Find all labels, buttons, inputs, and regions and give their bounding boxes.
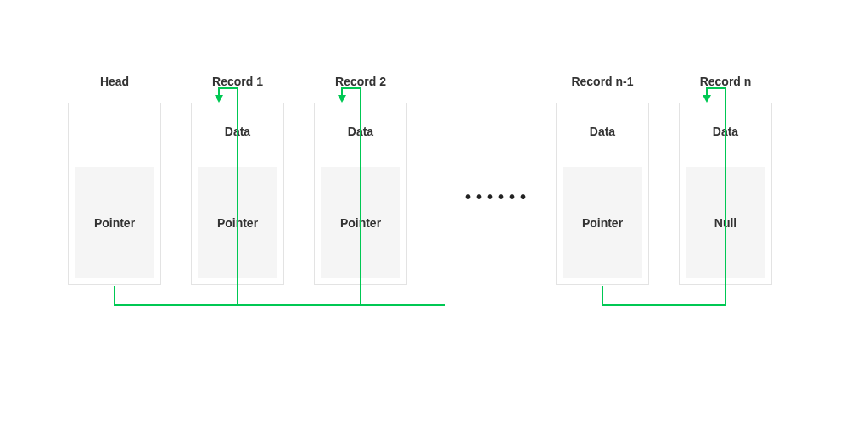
- data-label: Data: [680, 125, 771, 138]
- arrowhead-icon: [703, 95, 711, 103]
- node-title-rec1: Record 1: [191, 75, 284, 88]
- node-record-1: Data Pointer: [191, 103, 284, 285]
- linked-list-diagram: Head Record 1 Record 2 Record n-1 Record…: [0, 0, 868, 424]
- null-box: Null: [686, 167, 765, 278]
- node-record-n: Data Null: [679, 103, 772, 285]
- data-label: Data: [192, 125, 283, 138]
- data-label: Data: [557, 125, 648, 138]
- pointer-box: Pointer: [198, 167, 277, 278]
- node-head: Pointer: [68, 103, 161, 285]
- ellipsis: ••••••: [465, 187, 531, 207]
- data-label: Data: [315, 125, 406, 138]
- node-title-head: Head: [68, 75, 161, 88]
- node-title-rec2: Record 2: [314, 75, 407, 88]
- arrowhead-icon: [338, 95, 346, 103]
- pointer-box: Pointer: [75, 167, 154, 278]
- node-record-2: Data Pointer: [314, 103, 407, 285]
- node-record-n-minus-1: Data Pointer: [556, 103, 649, 285]
- node-title-recnm1: Record n-1: [556, 75, 649, 88]
- pointer-box: Pointer: [563, 167, 642, 278]
- arrow-2-to-ellipsis: [361, 286, 445, 305]
- node-title-recn: Record n: [679, 75, 772, 88]
- arrowhead-icon: [215, 95, 223, 103]
- pointer-box: Pointer: [321, 167, 400, 278]
